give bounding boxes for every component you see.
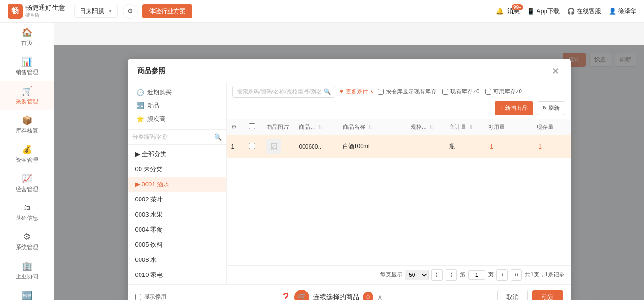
warehouse-checkbox-label[interactable]: 按仓库显示现有库存	[378, 88, 437, 96]
cell-avail: -1	[483, 135, 532, 158]
pagination-bar: 每页显示 50 20 100 ⟨⟨ ⟨ 第 页 ⟩	[227, 265, 571, 284]
cat-item-0005[interactable]: 0005 饮料	[128, 237, 226, 252]
last-page-button[interactable]: ⟩⟩	[511, 269, 522, 281]
prev-page-button[interactable]: ⟨	[446, 269, 457, 281]
sidebar-item-basic[interactable]: 🗂 基础信息	[0, 198, 54, 227]
quick-link-recent[interactable]: 🕐 近期购买	[133, 86, 221, 99]
cancel-button[interactable]: 取消	[497, 290, 528, 300]
new-icon: 🆕	[136, 102, 144, 109]
cell-img: 🖼	[262, 135, 295, 158]
toolbar-right: + 新增商品 ↻ 刷新	[495, 101, 565, 115]
notification-area[interactable]: 🔔 99+ 消息	[496, 7, 520, 16]
show-disabled-checkbox[interactable]	[135, 294, 141, 300]
dropdown-arrow-icon: ▼	[108, 8, 113, 14]
add-product-button[interactable]: + 新增商品	[495, 101, 533, 115]
cell-spec	[406, 135, 445, 158]
cell-check[interactable]	[244, 135, 262, 158]
refresh-button[interactable]: ↻ 刷新	[537, 101, 565, 115]
app-download-link[interactable]: 📱 App下载	[527, 7, 560, 16]
cat-item-0004[interactable]: 0004 零食	[128, 222, 226, 237]
search-box: 🔍	[232, 86, 335, 98]
quick-link-new[interactable]: 🆕 新品	[133, 99, 221, 112]
modal-footer: 显示停用 ❓ 🛒 连续选择的商品 0 ∧ 取消 确定	[128, 284, 571, 300]
available-nonzero-label[interactable]: 现有库存≠0	[442, 88, 479, 96]
notification-badge: 99+	[512, 4, 523, 10]
total-records-info: 共1页，1条记录	[525, 271, 565, 279]
quick-links: 🕐 近期购买 🆕 新品 ⭐ 频次高	[128, 82, 226, 130]
selected-count-label: 连续选择的商品	[313, 293, 359, 300]
user-profile[interactable]: 👤 徐泽华	[609, 7, 636, 16]
cat-item-0001[interactable]: ▶ 0001 酒水	[128, 177, 226, 192]
per-page-dropdown[interactable]: 50 20 100	[405, 270, 429, 280]
sidebar: 🏠 首页 📊 销售管理 🛒 采购管理 📦 库存核算 💰 资金管理 📈 经营管理 …	[0, 23, 54, 300]
sidebar-item-finance[interactable]: 💰 资金管理	[0, 140, 54, 169]
quick-link-frequent[interactable]: ⭐ 频次高	[133, 112, 221, 125]
usable-nonzero-checkbox[interactable]	[485, 89, 491, 95]
logo-area: 畅 畅捷通好生意 捷用版	[8, 4, 65, 19]
cat-item-0010[interactable]: 0010 家电	[128, 267, 226, 283]
search-icon[interactable]: 🔍	[323, 88, 331, 95]
sidebar-item-home[interactable]: 🏠 首页	[0, 23, 54, 52]
first-page-button[interactable]: ⟨⟨	[431, 269, 443, 281]
sidebar-item-purchase[interactable]: 🛒 采购管理	[0, 81, 54, 110]
arrow-icon: ▶	[135, 150, 140, 158]
sidebar-item-business[interactable]: 📈 经营管理	[0, 169, 54, 198]
phone-icon: 📱	[527, 8, 535, 15]
product-search-input[interactable]	[237, 88, 322, 95]
warehouse-checkbox[interactable]	[378, 89, 384, 95]
available-nonzero-checkbox[interactable]	[442, 89, 448, 95]
sort-arrows-name: ⇅	[368, 125, 372, 130]
select-all-checkbox[interactable]	[249, 123, 255, 129]
table-row[interactable]: 1 🖼 000600... 白酒100ml	[227, 135, 571, 158]
col-header-check	[244, 119, 262, 135]
filter-button[interactable]: ▼ 更多条件 ∧	[339, 88, 374, 96]
selected-count-badge: 0	[363, 292, 373, 300]
sidebar-item-guide[interactable]: 🆕 新手引导	[0, 285, 54, 300]
store-selector[interactable]: 日太阳膜 ▼	[74, 5, 118, 18]
col-header-name[interactable]: 商品名称 ⇅	[338, 119, 406, 135]
modal-close-button[interactable]: ✕	[550, 66, 561, 77]
star-icon: ⭐	[136, 115, 144, 123]
page-number-input[interactable]	[468, 270, 485, 280]
col-header-spec[interactable]: 规格... ⇅	[406, 119, 445, 135]
sidebar-item-inventory[interactable]: 📦 库存核算	[0, 110, 54, 140]
filter-checkboxes: 按仓库显示现有库存 现有库存≠0 可用库存≠0	[378, 88, 522, 96]
sidebar-item-enterprise[interactable]: 🏢 企业协同	[0, 256, 54, 285]
expand-button[interactable]: ∧	[377, 292, 383, 300]
sidebar-item-system[interactable]: ⚙ 系统管理	[0, 227, 54, 256]
col-header-stock[interactable]: 现存量	[532, 119, 570, 135]
online-service-link[interactable]: 🎧 在线客服	[567, 7, 601, 16]
category-search-icon[interactable]: 🔍	[214, 133, 222, 141]
next-page-button[interactable]: ⟩	[496, 269, 508, 281]
sort-arrows-spec: ⇅	[429, 125, 433, 130]
settings-icon[interactable]: ⚙	[231, 124, 237, 130]
cell-code: 000600...	[294, 135, 338, 158]
confirm-button[interactable]: 确定	[532, 290, 563, 300]
recent-icon: 🕐	[136, 89, 144, 96]
purchase-icon: 🛒	[22, 86, 32, 96]
col-header-unit[interactable]: 主计量 ⇅	[445, 119, 483, 135]
cat-item-0002[interactable]: 0002 茶叶	[128, 192, 226, 207]
help-icon[interactable]: ❓	[281, 292, 290, 300]
col-header-code[interactable]: 商品... ⇅	[294, 119, 338, 135]
sidebar-item-sales[interactable]: 📊 销售管理	[0, 52, 54, 81]
finance-icon: 💰	[22, 144, 32, 155]
row-checkbox[interactable]	[249, 143, 255, 149]
usable-nonzero-label[interactable]: 可用库存≠0	[485, 88, 522, 96]
business-icon: 📈	[22, 174, 32, 184]
show-disabled-label[interactable]: 显示停用	[135, 293, 166, 300]
selected-products-area: ❓ 🛒 连续选择的商品 0 ∧	[281, 290, 383, 300]
active-arrow-icon: ▶	[135, 181, 140, 188]
cat-item-0008[interactable]: 0008 水	[128, 252, 226, 267]
cat-item-0003[interactable]: 0003 水果	[128, 207, 226, 222]
modal-title: 商品参照	[137, 67, 165, 75]
category-search-input[interactable]	[132, 133, 212, 140]
modal-body: 🕐 近期购买 🆕 新品 ⭐ 频次高	[128, 82, 571, 284]
per-page-selector: 每页显示 50 20 100	[380, 270, 429, 280]
cat-item-all[interactable]: ▶ 全部分类	[128, 147, 226, 162]
trial-button[interactable]: 体验行业方案	[142, 4, 192, 18]
settings-button[interactable]: ⚙	[123, 4, 138, 19]
topbar: 畅 畅捷通好生意 捷用版 日太阳膜 ▼ ⚙ 体验行业方案 🔔 99+ 消息 📱 …	[0, 0, 644, 23]
cat-item-00[interactable]: 00 未分类	[128, 162, 226, 177]
col-header-avail[interactable]: 可用量	[483, 119, 532, 135]
